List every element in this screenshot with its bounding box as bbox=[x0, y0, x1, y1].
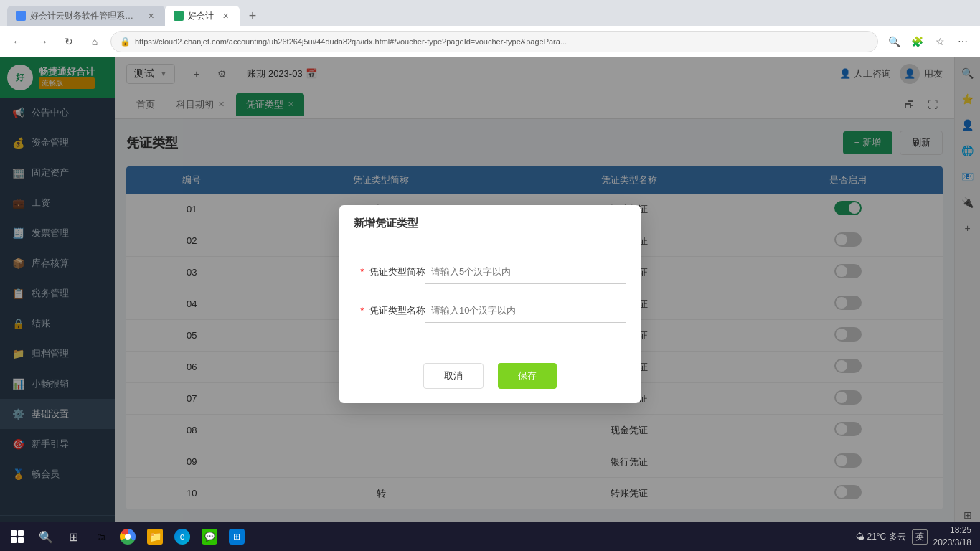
new-voucher-dialog: 新增凭证类型 * 凭证类型简称 * 凭证类型名称 取消 保存 bbox=[339, 205, 641, 403]
tab-close-1[interactable]: ✕ bbox=[145, 10, 156, 22]
taskbar-language[interactable]: 英 bbox=[912, 529, 928, 545]
name-row: * 凭证类型名称 bbox=[354, 298, 626, 323]
taskbar-app-files2[interactable]: 📁 bbox=[142, 524, 168, 550]
date-display: 2023/3/18 bbox=[933, 537, 971, 549]
tab-title-1: 好会计云财务软件管理系统_会计 bbox=[30, 10, 139, 22]
abbr-input[interactable] bbox=[425, 260, 626, 284]
abbr-required-star: * bbox=[360, 266, 364, 277]
weather-info: 🌤 21°C 多云 bbox=[856, 531, 906, 543]
taskbar-app-chrome[interactable] bbox=[115, 524, 141, 550]
save-button[interactable]: 保存 bbox=[498, 363, 557, 389]
name-label: * 凭证类型名称 bbox=[354, 304, 425, 317]
taskbar-app-edge[interactable]: e bbox=[169, 524, 195, 550]
home-button[interactable]: ⌂ bbox=[85, 32, 105, 52]
dialog-overlay[interactable]: 新增凭证类型 * 凭证类型简称 * 凭证类型名称 取消 保存 bbox=[0, 57, 980, 551]
forward-button[interactable]: → bbox=[33, 32, 53, 52]
tab-close-2[interactable]: ✕ bbox=[220, 10, 231, 22]
browser-search-icon[interactable]: 🔍 bbox=[884, 32, 904, 52]
tab-title-2: 好会计 bbox=[188, 10, 214, 22]
taskbar-apps: 🗂 📁 e 💬 ⊞ bbox=[88, 524, 250, 550]
tab-favicon-1 bbox=[16, 11, 26, 21]
dialog-body: * 凭证类型简称 * 凭证类型名称 bbox=[339, 242, 641, 354]
name-input[interactable] bbox=[425, 298, 626, 323]
tab-favicon-2 bbox=[174, 11, 184, 21]
windows-start-button[interactable] bbox=[3, 524, 32, 550]
dialog-header: 新增凭证类型 bbox=[339, 205, 641, 242]
abbr-row: * 凭证类型简称 bbox=[354, 260, 626, 284]
new-tab-button[interactable]: + bbox=[242, 6, 263, 26]
taskbar: 🔍 ⊞ 🗂 📁 e 💬 ⊞ 🌤 21°C 多云 英 18:25 2023/3/1… bbox=[0, 522, 980, 551]
cancel-button[interactable]: 取消 bbox=[423, 363, 484, 389]
browser-chrome: 好会计云财务软件管理系统_会计 ✕ 好会计 ✕ + ← → ↻ ⌂ 🔒 http… bbox=[0, 0, 980, 57]
browser-right-icons: 🔍 🧩 ☆ ⋯ bbox=[884, 32, 973, 52]
address-input[interactable]: 🔒 https://cloud2.chanjet.com/accounting/… bbox=[110, 31, 878, 52]
abbr-label: * 凭证类型简称 bbox=[354, 265, 425, 278]
name-label-text: 凭证类型名称 bbox=[369, 305, 425, 316]
dialog-footer: 取消 保存 bbox=[339, 354, 641, 403]
taskbar-app-files[interactable]: 🗂 bbox=[88, 524, 113, 550]
browser-extensions-icon[interactable]: 🧩 bbox=[907, 32, 927, 52]
name-required-star: * bbox=[360, 305, 364, 316]
browser-favorites-icon[interactable]: ☆ bbox=[930, 32, 950, 52]
dialog-title: 新增凭证类型 bbox=[354, 217, 418, 229]
time-display: 18:25 bbox=[933, 524, 971, 537]
windows-logo-icon bbox=[11, 530, 24, 543]
back-button[interactable]: ← bbox=[7, 32, 27, 52]
browser-tab-1[interactable]: 好会计云财务软件管理系统_会计 ✕ bbox=[7, 6, 165, 26]
browser-settings-icon[interactable]: ⋯ bbox=[953, 32, 973, 52]
browser-tab-2[interactable]: 好会计 ✕ bbox=[165, 6, 240, 26]
address-bar: ← → ↻ ⌂ 🔒 https://cloud2.chanjet.com/acc… bbox=[0, 26, 980, 57]
taskbar-search-button[interactable]: 🔍 bbox=[33, 524, 59, 550]
tab-bar: 好会计云财务软件管理系统_会计 ✕ 好会计 ✕ + bbox=[0, 0, 980, 26]
abbr-label-text: 凭证类型简称 bbox=[369, 266, 425, 277]
address-text: https://cloud2.chanjet.com/accounting/uh… bbox=[135, 37, 567, 46]
taskbar-right: 🌤 21°C 多云 英 18:25 2023/3/18 bbox=[856, 524, 977, 549]
taskbar-time: 18:25 2023/3/18 bbox=[933, 524, 971, 549]
lock-icon: 🔒 bbox=[120, 37, 131, 47]
refresh-button[interactable]: ↻ bbox=[59, 32, 79, 52]
taskbar-app-store[interactable]: ⊞ bbox=[224, 524, 250, 550]
taskbar-app-wechat[interactable]: 💬 bbox=[197, 524, 222, 550]
taskbar-multitask-button[interactable]: ⊞ bbox=[60, 524, 86, 550]
